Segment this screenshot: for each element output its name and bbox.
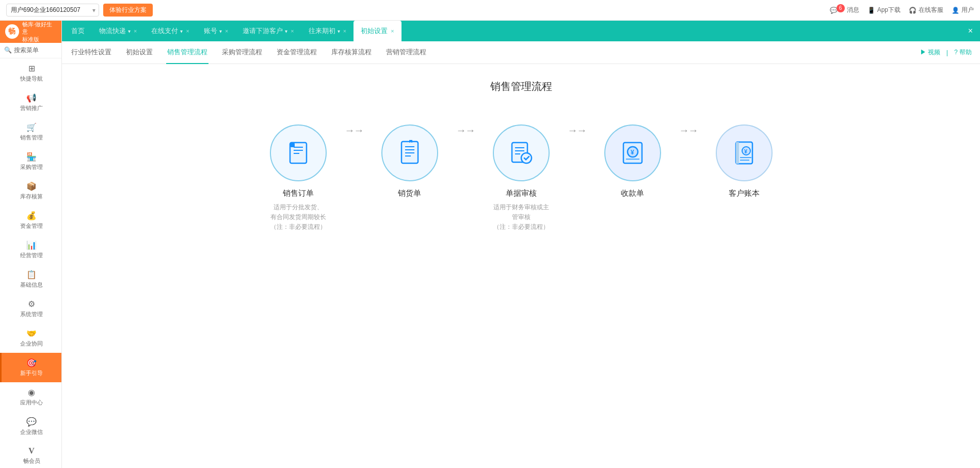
logo-icon: 畅 [5,24,19,39]
tab-account[interactable]: 账号 ▾ × [197,21,235,41]
sidebar-item-beginner[interactable]: 🎯 新手引导 [0,353,61,382]
top-bar: 用户690企业1660120507 体验行业方案 💬 6 消息 📱 App下载 … [0,0,980,21]
flow-step-invoice[interactable]: 销货单 [363,124,456,202]
sales-order-icon [285,139,312,166]
sub-tab-finance-flow[interactable]: 资金管理流程 [276,41,318,64]
top-bar-right: 💬 6 消息 📱 App下载 🎧 在线客服 👤 用户 [830,6,974,14]
sub-tab-inventory-flow[interactable]: 库存核算流程 [330,41,373,64]
video-help-item[interactable]: ▶ 视频 [920,48,940,57]
sub-tab-marketing-flow[interactable]: 营销管理流程 [385,41,427,64]
sub-tab-marketing-flow-label: 营销管理流程 [386,48,426,57]
sidebar-item-quick-nav[interactable]: ⊞ 快捷导航 [0,58,61,88]
tab-invite-arrow: ▾ [285,28,287,34]
logo-text: 畅库·做好生意 标准版 [22,21,56,43]
member-icon: V [28,446,35,456]
flow-step-sales-order-name: 销售订单 [283,189,314,198]
flow-arrow-2: →→ [456,124,475,178]
tab-setup[interactable]: 初始设置 × [354,21,401,41]
sidebar-item-sales[interactable]: 🛒 销售管理 [0,117,61,147]
tab-period-close[interactable]: × [343,28,346,34]
beginner-icon: 🎯 [26,358,37,368]
quick-nav-icon: ⊞ [28,64,35,73]
flow-step-invoice-name: 销货单 [398,189,421,198]
tab-period-label: 往来期初 [309,26,335,36]
tab-account-close[interactable]: × [225,28,228,34]
close-all-button[interactable]: × [963,26,978,36]
help-item[interactable]: ? 帮助 [954,48,972,57]
basic-info-icon: 📋 [26,270,37,279]
message-badge: 6 [837,4,845,12]
flow-step-receipt[interactable]: ¥ 收款单 [586,124,679,202]
sub-tabs: 行业特性设置 初始设置 销售管理流程 采购管理流程 资金管理流程 库存核算流程 … [62,41,980,64]
trial-button[interactable]: 体验行业方案 [103,4,153,17]
flow-step-audit-desc: 适用于财务审核或主管审核（注：非必要流程） [493,202,549,232]
sub-tab-initial[interactable]: 初始设置 [125,41,154,64]
online-service-item[interactable]: 🎧 在线客服 [909,6,943,14]
tab-invite-close[interactable]: × [291,28,294,34]
enterprise-icon: 🤝 [26,329,37,338]
flow-arrow-4: →→ [679,124,698,178]
audit-icon [508,139,535,166]
svg-point-14 [521,153,532,163]
page-title: 销售管理流程 [83,80,959,93]
tab-invite[interactable]: 邀请下游客户 ▾ × [235,21,301,41]
flow-circle-sales-order [270,124,327,181]
sales-icon: 🛒 [26,122,37,132]
search-menu[interactable]: 🔍 搜索菜单 [0,43,61,58]
tab-home-label: 首页 [71,26,85,36]
tab-payment-close[interactable]: × [186,28,189,34]
app-download-item[interactable]: 📱 App下载 [867,6,901,14]
messages-label: 消息 [847,6,859,14]
logo-area: 畅 畅库·做好生意 标准版 [0,21,61,43]
sidebar-item-marketing[interactable]: 📢 营销推广 [0,88,61,117]
video-label: 视频 [928,49,940,56]
flow-step-account-name: 客户账本 [729,189,760,198]
operations-icon: 📊 [26,240,37,250]
tab-period[interactable]: 往来期初 ▾ × [301,21,354,41]
sidebar-item-member[interactable]: V 畅会员 [0,441,61,468]
sidebar-item-inventory[interactable]: 📦 库存核算 [0,176,61,206]
flow-step-audit[interactable]: 单据审核 适用于财务审核或主管审核（注：非必要流程） [475,124,568,232]
tab-setup-close[interactable]: × [391,28,394,34]
sidebar-item-operations[interactable]: 📊 经营管理 [0,235,61,264]
headset-icon: 🎧 [909,7,917,14]
tab-logistics-close[interactable]: × [134,28,137,34]
sub-tab-sales-flow[interactable]: 销售管理流程 [166,41,208,64]
account-book-icon: ¥ [731,139,758,166]
sub-tab-initial-label: 初始设置 [126,48,153,57]
divider: | [946,49,948,56]
user-selector[interactable]: 用户690企业1660120507 [6,4,99,17]
flow-step-sales-order[interactable]: 销售订单 适用于分批发货、有合同发货周期较长（注：非必要流程） [252,124,345,232]
beginner-label: 新手引导 [20,369,43,377]
tab-payment[interactable]: 在线支付 ▾ × [144,21,196,41]
logo-line1: 畅库·做好生意 [22,21,56,36]
sidebar-item-purchase[interactable]: 🏪 采购管理 [0,147,61,176]
tab-period-arrow: ▾ [338,28,340,34]
online-service-label: 在线客服 [919,6,943,14]
user-avatar[interactable]: 👤 用户 [952,6,974,14]
system-label: 系统管理 [20,310,43,318]
tab-logistics[interactable]: 物流快递 ▾ × [92,21,144,41]
flow-step-account[interactable]: ¥ 客户账本 [698,124,791,202]
sidebar-item-system[interactable]: ⚙ 系统管理 [0,294,61,323]
sales-label: 销售管理 [20,134,43,142]
inventory-icon: 📦 [26,181,37,191]
sidebar-item-app-center[interactable]: ◉ 应用中心 [0,382,61,412]
wechat-icon: 💬 [26,417,37,427]
user-name-label: 用户 [961,6,974,14]
flow-arrow-1: →→ [345,124,363,178]
user-selector-label: 用户690企业1660120507 [11,6,81,14]
sub-tab-sales-flow-label: 销售管理流程 [167,48,207,57]
sidebar-item-finance[interactable]: 💰 资金管理 [0,206,61,235]
enterprise-label: 企业协同 [20,340,43,348]
sub-tab-industry[interactable]: 行业特性设置 [70,41,113,64]
finance-icon: 💰 [26,211,37,221]
sidebar-item-wechat[interactable]: 💬 企业微信 [0,412,61,441]
sidebar: 畅 畅库·做好生意 标准版 🔍 搜索菜单 ⊞ 快捷导航 📢 营销推广 🛒 销售管… [0,21,62,468]
sidebar-item-basic-info[interactable]: 📋 基础信息 [0,264,61,294]
sidebar-item-enterprise[interactable]: 🤝 企业协同 [0,323,61,353]
messages-icon-item[interactable]: 💬 6 消息 [830,6,859,14]
tab-home[interactable]: 首页 [64,21,92,41]
sub-tab-finance-flow-label: 资金管理流程 [277,48,317,57]
sub-tab-purchase-flow[interactable]: 采购管理流程 [221,41,263,64]
